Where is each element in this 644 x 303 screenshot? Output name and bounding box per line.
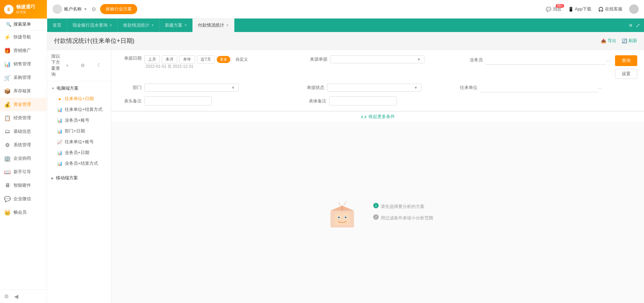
desktop-group-title[interactable]: ▼ 电脑端方案 [47, 83, 111, 93]
svg-rect-2 [335, 213, 350, 225]
scheme-panel-title: 按以下方案查询 [51, 53, 63, 78]
sidebar-item-guide[interactable]: 📖 新手引导 [0, 165, 47, 179]
scheme-item-partner-settlement[interactable]: 📊 往来单位+结算方式 [47, 104, 111, 115]
user-avatar[interactable] [629, 4, 639, 14]
system-label: 系统管理 [13, 142, 31, 148]
settings-btn[interactable]: 设置 [615, 69, 637, 79]
sidebar-item-marketing[interactable]: 🎁 营销推广 [0, 44, 47, 57]
collapse-filter-btn[interactable]: ∧∧ 收起更多条件 [111, 111, 644, 122]
settings-bottom-icon[interactable]: ⚙ [4, 293, 9, 300]
scheme-chart-icon-4: 📈 [57, 139, 63, 145]
sidebar-item-finance[interactable]: 💰 资金管理 [0, 98, 47, 111]
query-btn[interactable]: 查询 [615, 55, 637, 66]
sidebar-item-hardware[interactable]: 🖥 智能硬件 [0, 179, 47, 192]
partner-dots[interactable]: ... [598, 85, 602, 90]
empty-svg [322, 192, 362, 233]
tab-home[interactable]: 首页 [47, 19, 67, 32]
body-note-input[interactable] [329, 96, 397, 105]
scheme-panel: 按以下方案查询 + ⚙ 《 ▼ 电脑端方案 ● 往来单位+日期 📊 往来单位+结… [47, 50, 111, 303]
tab-payment-close[interactable]: × [226, 23, 229, 28]
sidebar-item-basic[interactable]: 🗂 基础信息 [0, 125, 47, 138]
desktop-arrow-icon: ▼ [51, 87, 55, 90]
filter-area: 单据日期 上月 本月 本年 近7天 更多 自定义 2022-01-01 至 20… [111, 50, 644, 303]
more-dates-btn[interactable]: 更多 [217, 56, 230, 63]
tab-income-stats-label: 收款情况统计 [123, 22, 149, 28]
trial-btn[interactable]: 体验行业方案 [100, 4, 137, 14]
tab-new-plan[interactable]: 新建方案 × [159, 19, 193, 32]
mobile-group-title[interactable]: ▶ 移动端方案 [47, 173, 111, 183]
service-label: 在线客服 [605, 6, 622, 12]
doc-status-label: 单据状态 [301, 85, 324, 91]
scheme-collapse-icon[interactable]: 《 [95, 62, 107, 68]
inventory-label: 库存核算 [13, 88, 31, 94]
last-month-btn[interactable]: 上月 [144, 55, 160, 64]
message-icon: 💬 [546, 7, 551, 12]
scheme-item-dept-date[interactable]: 📊 部门+日期 [47, 126, 111, 137]
sidebar-item-purchase[interactable]: 🛒 采购管理 [0, 71, 47, 84]
empty-illustration [322, 192, 362, 233]
head-note-label: 表头备注 [118, 98, 142, 104]
doc-status-select[interactable]: ▼ [327, 84, 421, 92]
sidebar-item-enterprise[interactable]: 🏢 企业协同 [0, 152, 47, 165]
sidebar-item-system[interactable]: ⚙ 系统管理 [0, 138, 47, 152]
wechat-label: 企业微信 [13, 196, 31, 202]
account-area[interactable]: 账户名称 ▼ [53, 4, 87, 14]
sidebar-item-inventory[interactable]: 📦 库存核算 [0, 84, 47, 98]
app-download-btn[interactable]: 📱 App下载 [568, 6, 591, 12]
mobile-scheme-group: ▶ 移动端方案 [47, 171, 111, 185]
sidebar-item-member[interactable]: 👑 畅会员 [0, 206, 47, 219]
scheme-item-salesman-settlement[interactable]: 📊 业务员+结算方式 [47, 158, 111, 169]
this-month-btn[interactable]: 本月 [162, 55, 177, 64]
scheme-item-salesman-account[interactable]: 📊 业务员+账号 [47, 115, 111, 126]
tab-bank-flow-label: 现金银行流水查询 [72, 22, 108, 28]
messages-btn[interactable]: 💬 消息 99+ [546, 6, 561, 12]
topbar-settings-icon[interactable]: ⚙ [91, 6, 96, 12]
refresh-icon: 🔄 [622, 38, 627, 43]
export-btn[interactable]: 📤 导出 [601, 38, 616, 44]
tab-income-stats[interactable]: 收款情况统计 × [118, 19, 159, 32]
brand-name: 畅捷通巧 [16, 4, 35, 10]
expand-icon[interactable]: ⤢ [636, 22, 640, 29]
tab-payment-stats[interactable]: 付款情况统计 × [193, 19, 234, 32]
this-year-btn[interactable]: 本年 [179, 55, 195, 64]
scheme-item-salesman-date[interactable]: 📊 业务员+日期 [47, 147, 111, 158]
account-name: 账户名称 [64, 6, 82, 12]
phone-icon: 📱 [568, 7, 574, 12]
partner-input[interactable] [480, 83, 598, 92]
account-avatar [53, 4, 62, 14]
scheme-add-icon[interactable]: + [66, 63, 78, 68]
scheme-item-partner-account[interactable]: 📈 往来单位+账号 [47, 137, 111, 147]
tip-num-1: 1 [373, 203, 379, 208]
tab-actions: ✕ ⤢ [624, 22, 644, 29]
finance-label: 资金管理 [13, 101, 31, 108]
quick-nav-icon: ⚡ [4, 34, 11, 40]
date-label: 单据日期 [118, 55, 142, 61]
tab-bank-flow-close[interactable]: × [110, 23, 112, 28]
dept-select[interactable]: ▼ [144, 84, 239, 92]
salesman-input[interactable] [486, 55, 606, 65]
scheme-settings-icon[interactable]: ⚙ [81, 63, 92, 68]
tip-text-1: 请先选择要分析的方案 [381, 202, 425, 211]
head-note-input[interactable] [144, 96, 212, 105]
tab-income-close[interactable]: × [151, 23, 154, 28]
tab-new-plan-close[interactable]: × [184, 23, 187, 28]
source-select[interactable]: ▼ [330, 55, 425, 63]
collapse-sidebar-icon[interactable]: ◀ [14, 293, 18, 300]
sidebar-item-wechat[interactable]: 💬 企业微信 [0, 192, 47, 206]
content-area: 按以下方案查询 + ⚙ 《 ▼ 电脑端方案 ● 往来单位+日期 📊 往来单位+结… [47, 50, 644, 303]
sidebar-item-quick-nav[interactable]: ⚡ 快捷导航 [0, 30, 47, 44]
desktop-group-label: 电脑端方案 [57, 85, 79, 91]
sidebar-item-operation[interactable]: 📋 经营管理 [0, 111, 47, 125]
topbar-right: 💬 消息 99+ 📱 App下载 🎧 在线客服 [546, 4, 639, 14]
scheme-item-partner-date[interactable]: ● 往来单位+日期 [47, 93, 111, 104]
tab-bank-flow[interactable]: 现金银行流水查询 × [67, 19, 118, 32]
online-service-btn[interactable]: 🎧 在线客服 [598, 6, 622, 12]
sidebar-search-row[interactable]: 🔍 搜索菜单 [0, 19, 47, 30]
date-range-text: 2022-01-01 至 2022-12-31 [146, 64, 251, 69]
salesman-dots[interactable]: ... [606, 58, 610, 62]
last-7days-btn[interactable]: 近7天 [197, 55, 215, 64]
close-all-icon[interactable]: ✕ [628, 22, 633, 29]
custom-date-btn[interactable]: 自定义 [232, 56, 251, 63]
sidebar-item-sales[interactable]: 📊 销售管理 [0, 57, 47, 71]
refresh-btn[interactable]: 🔄 刷新 [622, 38, 637, 44]
